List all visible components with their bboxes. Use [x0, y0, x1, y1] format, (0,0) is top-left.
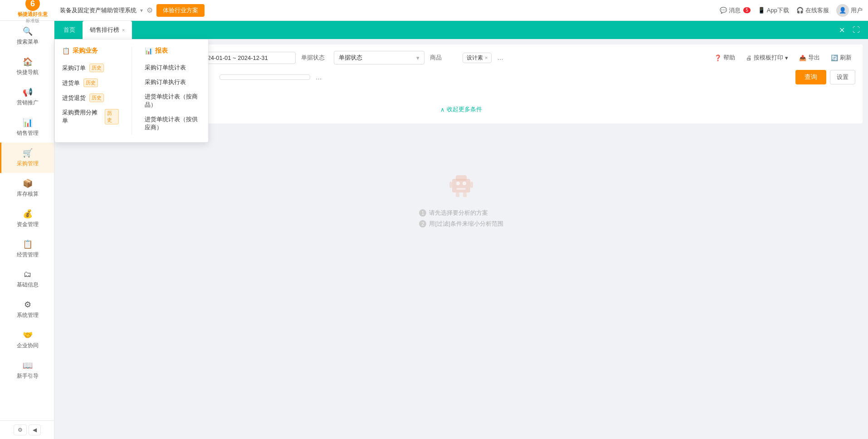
date-range-input[interactable]: 2024-01-01 ~ 2024-12-31 [196, 52, 296, 64]
sidebar-label-purchase: 采购管理 [17, 160, 39, 168]
search-icon: 🔍 [23, 26, 33, 36]
system-dropdown-arrow[interactable]: ▾ [140, 7, 143, 14]
dropdown-item-return[interactable]: 进货退货 历史 [62, 90, 119, 105]
user-label: 用户 [851, 6, 863, 15]
message-label: 消息 [729, 6, 741, 15]
dropdown-item-inbound-stat-supplier-label: 进货单统计表（按供应商） [145, 115, 201, 132]
sidebar-item-inventory[interactable]: 📦 库存核算 [0, 173, 54, 203]
tab-home[interactable]: 首页 [56, 21, 83, 39]
industry-btn[interactable]: 体验行业方案 [156, 4, 205, 17]
dropdown-item-inbound-stat-supplier[interactable]: 进货单统计表（按供应商） [145, 112, 201, 135]
sidebar-label-quicknav: 快捷导航 [17, 69, 39, 76]
help-btn[interactable]: ❓ 帮助 [711, 52, 739, 64]
svg-point-2 [456, 182, 460, 185]
refresh-btn[interactable]: 🔄 刷新 [827, 52, 855, 64]
export-btn[interactable]: 📤 导出 [795, 52, 824, 64]
dropdown-col2-label: 报表 [155, 47, 168, 55]
svg-rect-1 [456, 175, 467, 181]
header-settings-icon[interactable]: ⚙ [146, 6, 153, 15]
sidebar-item-quicknav[interactable]: 🏠 快捷导航 [0, 51, 54, 82]
dropdown-col-purchase: 📋 采购业务 采购订单 历史 进货单 历史 进货退货 历史 采购费用分摊单 历史 [62, 47, 119, 135]
tab-sales-rank-label: 销售排行榜 [90, 26, 119, 34]
dropdown-item-expense-label: 采购费用分摊单 [62, 109, 101, 125]
svg-rect-4 [457, 188, 466, 190]
sidebar-label-search: 搜索菜单 [17, 38, 39, 46]
empty-tip-2: 2 用[过滤]条件来缩小分析范围 [419, 220, 503, 228]
sidebar-item-basic[interactable]: 🗂 基础信息 [0, 264, 54, 294]
history-tag-expense: 历史 [105, 109, 119, 124]
dropdown-item-purchase-order[interactable]: 采购订单 历史 [62, 60, 119, 75]
message-icon: 💬 [720, 7, 727, 14]
goods-dots[interactable]: ... [497, 54, 503, 62]
status-placeholder: 单据状态 [339, 54, 362, 62]
tab-sales-rank[interactable]: 销售排行榜 × [83, 21, 132, 39]
tab-expand-icon[interactable]: ⛶ [850, 24, 863, 36]
sidebar-item-finance[interactable]: 💰 资金管理 [0, 203, 54, 234]
svg-rect-5 [449, 182, 452, 188]
sidebar-item-operation[interactable]: 📋 经营管理 [0, 234, 54, 264]
sidebar-item-search[interactable]: 🔍 搜索菜单 [0, 21, 54, 51]
tab-bar-right: ✕ ⛶ [835, 24, 866, 36]
export-icon: 📤 [799, 54, 806, 61]
goods-tag-text: 设计素 [467, 54, 483, 62]
sidebar-label-sales: 销售管理 [17, 129, 39, 137]
tab-home-label: 首页 [63, 26, 75, 34]
dropdown-item-return-label: 进货退货 [62, 94, 86, 102]
phone-icon: 📱 [758, 7, 765, 14]
sidebar-item-guide[interactable]: 📖 新手引导 [0, 355, 54, 385]
online-service-item[interactable]: 🎧 在线客服 [796, 6, 829, 15]
print-arrow: ▾ [785, 54, 788, 61]
dropdown-divider [132, 47, 132, 135]
sidebar-item-sales[interactable]: 📊 销售管理 [0, 112, 54, 143]
refresh-label: 刷新 [840, 54, 852, 62]
dropdown-item-inbound[interactable]: 进货单 历史 [62, 75, 119, 90]
sidebar-label-inventory: 库存核算 [17, 190, 39, 198]
print-btn[interactable]: 🖨 按模板打印 ▾ [742, 52, 792, 64]
tab-close-icon[interactable]: × [122, 27, 125, 33]
salesman-select[interactable] [219, 74, 310, 80]
status-select[interactable]: 单据状态 ▾ [334, 51, 424, 64]
sidebar-collapse-btn[interactable]: ◀ [29, 424, 41, 435]
service-label: 在线客服 [805, 6, 829, 15]
goods-tag[interactable]: 设计素 × [463, 53, 492, 63]
purchase-biz-icon: 📋 [62, 47, 70, 54]
date-value: 2024-01-01 ~ 2024-12-31 [201, 54, 268, 61]
svg-rect-6 [470, 182, 473, 188]
app-download-item[interactable]: 📱 App下载 [758, 6, 789, 15]
dropdown-item-inbound-stat-goods[interactable]: 进货单统计表（按商品） [145, 89, 201, 112]
message-badge: 5 [743, 7, 751, 13]
basic-icon: 🗂 [24, 270, 32, 279]
dropdown-item-order-stat-label: 采购订单统计表 [145, 64, 186, 72]
sidebar-label-basic: 基础信息 [17, 281, 39, 289]
top-header: 6 畅捷通好生意 标准版 装备及固定资产辅助管理系统 ▾ ⚙ 体验行业方案 💬 … [0, 0, 868, 21]
collapse-label: 收起更多条件 [447, 105, 482, 113]
dropdown-item-order-stat[interactable]: 采购订单统计表 [145, 60, 201, 75]
query-btn[interactable]: 查询 [795, 70, 826, 84]
user-item[interactable]: 👤 用户 [836, 4, 863, 17]
dropdown-item-order-exec[interactable]: 采购订单执行表 [145, 75, 201, 89]
salesman-dots[interactable]: ... [316, 73, 322, 81]
dropdown-col2-title: 📊 报表 [145, 47, 201, 55]
goods-tag-close[interactable]: × [485, 55, 488, 60]
tab-close-window-icon[interactable]: ✕ [835, 24, 848, 36]
avatar: 👤 [836, 4, 849, 17]
header-right: 💬 消息 5 📱 App下载 🎧 在线客服 👤 用户 [720, 4, 863, 17]
refresh-icon: 🔄 [831, 54, 838, 61]
message-item[interactable]: 💬 消息 5 [720, 6, 751, 15]
purchase-icon: 🛒 [23, 148, 33, 158]
filter-settings-btn[interactable]: 设置 [830, 70, 855, 84]
sidebar-bottom: ⚙ ◀ [0, 420, 54, 439]
sidebar-item-collab[interactable]: 🤝 企业协同 [0, 325, 54, 355]
sidebar-settings-btn[interactable]: ⚙ [14, 424, 27, 435]
sidebar-item-purchase[interactable]: 🛒 采购管理 [0, 143, 54, 173]
logo-text: 畅捷通好生意 [18, 11, 48, 18]
sidebar-item-system[interactable]: ⚙ 系统管理 [0, 294, 54, 325]
dropdown-col1-title: 📋 采购业务 [62, 47, 119, 55]
collapse-arrow-icon: ∧ [440, 106, 445, 113]
logo-icon: 6 [25, 0, 40, 11]
dropdown-item-expense[interactable]: 采购费用分摊单 历史 [62, 105, 119, 128]
sidebar-item-marketing[interactable]: 📢 营销推广 [0, 82, 54, 112]
print-icon: 🖨 [746, 54, 752, 61]
empty-tip-2-text: 用[过滤]条件来缩小分析范围 [429, 220, 503, 228]
operation-icon: 📋 [23, 239, 33, 249]
